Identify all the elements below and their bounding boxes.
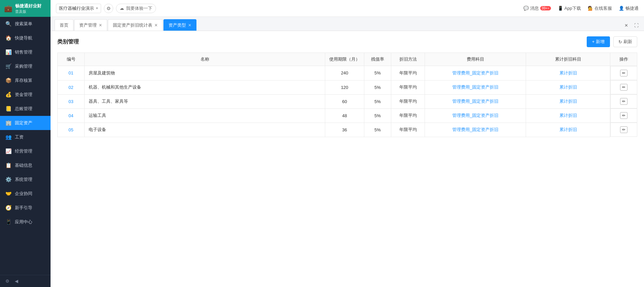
sidebar-label-app-center: 应用中心 xyxy=(15,219,32,225)
module-name: 医疗器械行业演示 xyxy=(59,5,94,11)
expand-tab-button[interactable]: ⛶ xyxy=(633,22,640,29)
table-row: 03 器具、工具、家具等 60 5% 年限平均 管理费用_固定资产折旧 累计折旧… xyxy=(58,94,637,108)
footer-collapse-icon[interactable]: ◀ xyxy=(15,279,18,284)
handshake-icon: 🤝 xyxy=(5,191,11,197)
sidebar-label-sales: 销售管理 xyxy=(15,49,32,55)
refresh-button[interactable]: ↻ 刷新 xyxy=(613,36,637,47)
cell-residual: 5% xyxy=(364,66,391,81)
sidebar-item-purchase[interactable]: 🛒 采购管理 xyxy=(0,59,51,73)
tab-asset-type[interactable]: 资产类型 ✕ xyxy=(163,19,196,31)
settings-button[interactable]: ⚙ xyxy=(104,4,113,13)
cell-no: 03 xyxy=(58,94,85,108)
close-tab-button[interactable]: ✕ xyxy=(622,22,630,29)
trend-icon: 📈 xyxy=(5,148,11,154)
sidebar-label-guide: 新手引导 xyxy=(15,205,32,211)
module-selector[interactable]: 医疗器械行业演示 ▾ xyxy=(56,4,101,13)
edit-icon[interactable]: ✏ xyxy=(620,126,627,133)
search-icon: 🔍 xyxy=(5,21,11,27)
cell-residual: 5% xyxy=(364,123,391,137)
tab-depreciation-close[interactable]: ✕ xyxy=(154,23,158,28)
money-icon: 💰 xyxy=(5,92,11,98)
cell-residual: 5% xyxy=(364,108,391,123)
cell-accum: 累计折旧 xyxy=(526,108,610,123)
cell-no: 01 xyxy=(58,66,85,81)
tab-asset-mgmt-label: 资产管理 xyxy=(79,22,97,28)
sidebar: 💼 畅捷通好业财 普及版 🔍 搜索菜单 🏠 快捷导航 📊 销售管理 🛒 采购管理… xyxy=(0,0,51,287)
cell-edit[interactable]: ✏ xyxy=(610,123,637,137)
box-icon: 📦 xyxy=(5,77,11,84)
cell-period: 120 xyxy=(325,80,364,94)
sidebar-item-ledger[interactable]: 📒 总账管理 xyxy=(0,102,51,116)
sidebar-item-system[interactable]: ⚙️ 系统管理 xyxy=(0,172,51,187)
sidebar-nav: 🔍 搜索菜单 🏠 快捷导航 📊 销售管理 🛒 采购管理 📦 库存核算 💰 资金管… xyxy=(0,17,51,275)
cell-method: 年限平均 xyxy=(391,94,425,108)
cell-edit[interactable]: ✏ xyxy=(610,108,637,123)
sidebar-item-quick-nav[interactable]: 🏠 快捷导航 xyxy=(0,31,51,45)
edit-icon[interactable]: ✏ xyxy=(620,70,627,76)
chart-icon: 📊 xyxy=(5,49,11,55)
download-icon: 📱 xyxy=(558,6,563,11)
compass-icon: 🧭 xyxy=(5,205,11,211)
page-actions: + 新增 ↻ 刷新 xyxy=(587,36,637,47)
building-icon: 🏢 xyxy=(5,120,11,126)
tab-asset-type-close[interactable]: ✕ xyxy=(188,23,191,28)
app-download-button[interactable]: 📱 App下载 xyxy=(558,5,581,11)
tab-asset-type-label: 资产类型 xyxy=(168,22,186,28)
col-header-op: 操作 xyxy=(610,53,637,66)
app-download-label: App下载 xyxy=(564,5,581,11)
sidebar-item-operations[interactable]: 📈 经营管理 xyxy=(0,144,51,158)
sidebar-item-base-info[interactable]: 📋 基础信息 xyxy=(0,158,51,172)
service-icon: 💁 xyxy=(588,6,593,11)
table-row: 02 机器、机械和其他生产设备 120 5% 年限平均 管理费用_固定资产折旧 … xyxy=(58,80,637,94)
cell-edit[interactable]: ✏ xyxy=(610,80,637,94)
sidebar-item-app-center[interactable]: 📱 应用中心 xyxy=(0,215,51,229)
edit-icon[interactable]: ✏ xyxy=(620,84,627,91)
user-label: 畅捷通 xyxy=(625,5,639,11)
tab-asset-mgmt-close[interactable]: ✕ xyxy=(99,23,102,28)
footer-settings-icon[interactable]: ⚙ xyxy=(5,279,9,284)
chevron-down-icon: ▾ xyxy=(96,6,98,10)
cell-period: 240 xyxy=(325,66,364,81)
cell-residual: 5% xyxy=(364,80,391,94)
user-button[interactable]: 👤 畅捷通 xyxy=(619,5,639,11)
table-header-row: 编号 名称 使用期限（月） 残值率 折旧方法 费用科目 累计折旧科目 操作 xyxy=(58,53,637,66)
sidebar-label-purchase: 采购管理 xyxy=(15,63,32,69)
col-header-expense: 费用科目 xyxy=(425,53,526,66)
sidebar-item-inventory[interactable]: 📦 库存核算 xyxy=(0,73,51,88)
cell-edit[interactable]: ✏ xyxy=(610,66,637,80)
experience-button[interactable]: ☁ 我要体验一下 xyxy=(116,4,156,13)
sidebar-item-sales[interactable]: 📊 销售管理 xyxy=(0,45,51,59)
messages-label: 消息 xyxy=(530,5,539,11)
online-service-button[interactable]: 💁 在线客服 xyxy=(588,5,612,11)
sidebar-item-enterprise[interactable]: 🤝 企业协同 xyxy=(0,187,51,201)
sidebar-item-capital[interactable]: 💰 资金管理 xyxy=(0,88,51,102)
page-title: 类别管理 xyxy=(57,38,79,45)
page-header: 类别管理 + 新增 ↻ 刷新 xyxy=(57,36,637,47)
sidebar-item-payroll[interactable]: 👥 工资 xyxy=(0,130,51,144)
topbar-left: 医疗器械行业演示 ▾ ⚙ ☁ 我要体验一下 xyxy=(56,4,156,13)
cell-expense: 管理费用_固定资产折旧 xyxy=(425,66,526,81)
tab-home[interactable]: 首页 xyxy=(55,19,73,31)
topbar-right: 💬 消息 99+ 📱 App下载 💁 在线客服 👤 畅捷通 xyxy=(523,5,639,11)
tabbar-controls: ✕ ⛶ xyxy=(622,22,640,29)
messages-button[interactable]: 💬 消息 99+ xyxy=(523,5,551,11)
ledger-icon: 📒 xyxy=(5,106,11,112)
cell-name: 机器、机械和其他生产设备 xyxy=(85,80,325,94)
tab-asset-mgmt[interactable]: 资产管理 ✕ xyxy=(74,19,107,31)
cell-edit[interactable]: ✏ xyxy=(610,94,637,108)
refresh-label: 刷新 xyxy=(623,39,632,45)
sidebar-item-fixed-assets[interactable]: 🏢 固定资产 xyxy=(0,116,51,130)
edit-icon[interactable]: ✏ xyxy=(620,98,627,105)
col-header-residual: 残值率 xyxy=(364,53,391,66)
sidebar-footer: ⚙ ◀ xyxy=(0,275,51,287)
cell-expense: 管理费用_固定资产折旧 xyxy=(425,80,526,94)
new-button[interactable]: + 新增 xyxy=(587,36,610,47)
cell-method: 年限平均 xyxy=(391,123,425,137)
sidebar-item-guide[interactable]: 🧭 新手引导 xyxy=(0,201,51,215)
edit-icon[interactable]: ✏ xyxy=(620,112,627,119)
sidebar-item-search[interactable]: 🔍 搜索菜单 xyxy=(0,17,51,31)
sidebar-label-enterprise: 企业协同 xyxy=(15,191,32,197)
refresh-icon: ↻ xyxy=(618,39,622,44)
app-subtitle: 普及版 xyxy=(15,9,41,14)
tab-depreciation[interactable]: 固定资产折旧统计表 ✕ xyxy=(108,19,163,31)
